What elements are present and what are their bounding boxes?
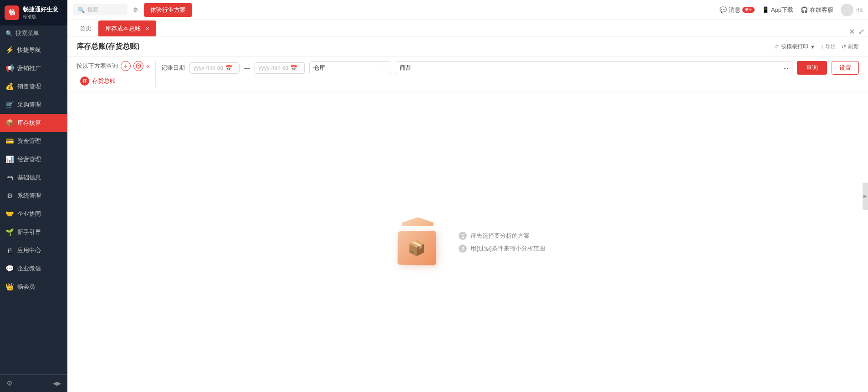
collapse-filter-btn[interactable]: «: [146, 62, 150, 70]
warehouse-select[interactable]: 仓库 ···: [309, 61, 391, 74]
dropdown-icon: ▼: [810, 44, 815, 50]
sidebar-item-sales[interactable]: 💰 销售管理: [0, 77, 67, 96]
calendar-start-icon[interactable]: 📅: [225, 65, 232, 71]
sales-icon: 💰: [5, 82, 14, 91]
svg-rect-2: [138, 67, 139, 68]
page-header: 库存总账(存货总账) 🖨 按模板打印 ▼ ↑ 导出 ↺ 刷新: [67, 36, 868, 56]
system-icon: ⚙: [5, 192, 14, 200]
hint-text-1: 请先选择要分析的方案: [470, 232, 530, 240]
message-btn[interactable]: 💬 消息 99+: [720, 6, 755, 14]
filter-label: 按以下方案查询: [77, 62, 118, 70]
tab-close-icon[interactable]: ✕: [145, 26, 149, 32]
sidebar-item-corpwx[interactable]: 💬 企业微信: [0, 260, 67, 278]
close-panel-btn[interactable]: ✕: [849, 27, 855, 36]
hint-num-1: 1: [459, 232, 467, 240]
export-btn[interactable]: ↑ 导出: [821, 43, 836, 51]
filter-area: 按以下方案查询 + « 存 存货总账 记账日期 yyyy-mm-dd: [67, 56, 868, 92]
sidebar-item-finance[interactable]: 💳 资金管理: [0, 132, 67, 150]
right-panel-hint[interactable]: ▶: [863, 183, 868, 210]
topbar-left: 🔍 搜索 ⚙ 体验行业方案: [73, 3, 716, 17]
print-template-btn[interactable]: 🖨 按模板打印 ▼: [774, 43, 815, 51]
filter-add-btn[interactable]: +: [121, 61, 131, 71]
topbar: 🔍 搜索 ⚙ 体验行业方案 💬 消息 99+ 📱 App下载 🎧 在线客服: [67, 0, 868, 20]
date-label: 记账日期: [161, 64, 185, 72]
date-start-input[interactable]: yyyy-mm-dd 📅: [189, 62, 240, 74]
avatar: [841, 4, 853, 16]
topbar-search-placeholder: 搜索: [87, 6, 98, 14]
appcenter-icon: 🖥: [5, 247, 14, 255]
empty-state: 📦 1 请先选择要分析的方案 2 用[过滤]条件来缩小分析范围: [67, 92, 868, 392]
settings-filter-btn[interactable]: 设置: [832, 61, 859, 75]
refresh-btn[interactable]: ↺ 刷新: [842, 43, 859, 51]
filter-schema-item[interactable]: 存 存货总账: [77, 75, 150, 87]
sidebar-item-system[interactable]: ⚙ 系统管理: [0, 187, 67, 205]
basic-icon: 🗃: [5, 174, 14, 182]
purchase-icon: 🛒: [5, 101, 14, 109]
hint-text-2: 用[过滤]条件来缩小分析范围: [470, 244, 545, 253]
settings-footer-icon[interactable]: ⚙: [6, 379, 12, 387]
goods-select[interactable]: 商品 ···: [396, 61, 792, 74]
filter-schema-section: 按以下方案查询 + « 存 存货总账: [77, 61, 156, 87]
sidebar-item-appcenter[interactable]: 🖥 应用中心: [0, 241, 67, 260]
sidebar-footer: ⚙ ◀▶: [0, 374, 67, 392]
sidebar: 畅 畅捷通好生意 标准版 🔍 搜索菜单 ⚡ 快捷导航 📢 营销推广 💰 销售管理…: [0, 0, 67, 392]
filter-config-btn[interactable]: [133, 61, 143, 71]
page-title: 库存总账(存货总账): [77, 42, 140, 51]
sidebar-item-operation[interactable]: 📊 经营管理: [0, 150, 67, 168]
empty-hint-1: 1 请先选择要分析的方案: [459, 232, 545, 240]
page-header-actions: 🖨 按模板打印 ▼ ↑ 导出 ↺ 刷新: [774, 43, 859, 51]
sidebar-item-basic[interactable]: 🗃 基础信息: [0, 168, 67, 187]
logo-icon: 畅: [5, 5, 19, 20]
expand-icon[interactable]: ⤢: [858, 27, 864, 36]
content: 库存总账(存货总账) 🖨 按模板打印 ▼ ↑ 导出 ↺ 刷新: [67, 36, 868, 392]
user-menu[interactable]: Rit: [841, 4, 863, 16]
logo-text: 畅捷通好生意 标准版: [23, 5, 58, 20]
hint-num-2: 2: [459, 244, 467, 253]
sidebar-item-cooperation[interactable]: 🤝 企业协同: [0, 205, 67, 223]
industry-btn[interactable]: 体验行业方案: [144, 3, 192, 17]
schema-label: 存货总账: [92, 77, 116, 85]
operation-icon: 📊: [5, 155, 14, 163]
newguide-icon: 🌱: [5, 228, 14, 236]
quicknav-icon: ⚡: [5, 46, 14, 54]
export-icon: ↑: [821, 44, 823, 50]
collapse-icon[interactable]: ◀▶: [53, 380, 61, 387]
svg-rect-1: [138, 65, 139, 66]
box-top: [402, 217, 434, 226]
inventory-icon: 📦: [5, 119, 14, 127]
sidebar-item-newguide[interactable]: 🌱 新手引导: [0, 223, 67, 241]
online-service-btn[interactable]: 🎧 在线客服: [801, 6, 833, 14]
tabbar: 首页 库存成本总账 ✕ ✕ ⤢: [67, 20, 868, 36]
topbar-right: 💬 消息 99+ 📱 App下载 🎧 在线客服 Rit: [720, 4, 863, 16]
query-btn[interactable]: 查询: [797, 61, 827, 75]
empty-hints: 1 请先选择要分析的方案 2 用[过滤]条件来缩小分析范围: [459, 232, 545, 253]
app-download-btn[interactable]: 📱 App下载: [762, 6, 793, 14]
sidebar-item-purchase[interactable]: 🛒 采购管理: [0, 96, 67, 114]
sidebar-search[interactable]: 🔍 搜索菜单: [0, 25, 67, 41]
calendar-end-icon[interactable]: 📅: [290, 65, 297, 71]
main-area: 🔍 搜索 ⚙ 体验行业方案 💬 消息 99+ 📱 App下载 🎧 在线客服: [67, 0, 868, 392]
phone-icon: 📱: [762, 6, 769, 13]
filter-fields-section: 记账日期 yyyy-mm-dd 📅 — yyyy-mm-dd 📅 仓库 ···: [161, 61, 859, 75]
settings-icon[interactable]: ⚙: [131, 5, 140, 15]
refresh-icon: ↺: [842, 44, 846, 50]
print-icon: 🖨: [774, 44, 779, 50]
tab-home[interactable]: 首页: [73, 20, 98, 36]
schema-icon: 存: [80, 76, 89, 86]
corpwx-icon: 💬: [5, 265, 14, 273]
message-icon: 💬: [720, 6, 727, 13]
sidebar-item-inventory[interactable]: 📦 库存核算: [0, 114, 67, 132]
marketing-icon: 📢: [5, 64, 14, 72]
cooperation-icon: 🤝: [5, 210, 14, 218]
filter-row-date: 记账日期 yyyy-mm-dd 📅 — yyyy-mm-dd 📅 仓库 ···: [161, 61, 859, 75]
page-header-top: 库存总账(存货总账) 🖨 按模板打印 ▼ ↑ 导出 ↺ 刷新: [77, 42, 859, 51]
sidebar-item-quicknav[interactable]: ⚡ 快捷导航: [0, 41, 67, 59]
sidebar-item-member[interactable]: 👑 畅会员: [0, 278, 67, 296]
box-illustration: 📦: [398, 231, 436, 265]
date-end-input[interactable]: yyyy-mm-dd 📅: [255, 62, 305, 74]
sidebar-item-marketing[interactable]: 📢 营销推广: [0, 59, 67, 77]
tab-inventory-cost[interactable]: 库存成本总账 ✕: [98, 20, 156, 36]
topbar-search-icon: 🔍: [77, 6, 85, 13]
topbar-search-area[interactable]: 🔍 搜索: [73, 4, 128, 15]
empty-illustration: 📦: [390, 217, 445, 267]
